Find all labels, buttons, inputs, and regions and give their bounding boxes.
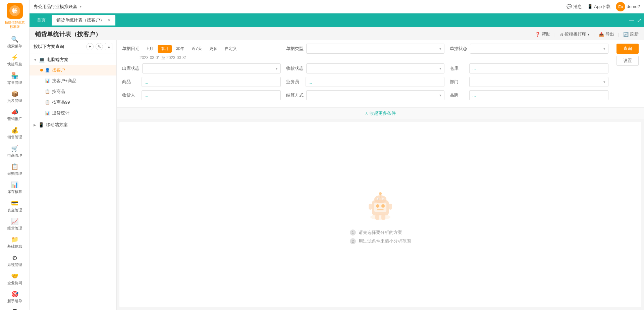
sidebar-item-label: 经营管理 xyxy=(7,226,22,230)
doc-type-select[interactable]: ▾ xyxy=(306,44,445,54)
brand-dots: ... xyxy=(472,93,476,98)
salesperson-select[interactable]: ... xyxy=(306,77,445,87)
sidebar-item-marketing[interactable]: 📣 营销推广 xyxy=(0,106,29,124)
doc-status-select[interactable]: ▾ xyxy=(470,44,608,54)
brand-filter-group: 品牌 ... xyxy=(450,90,608,100)
receiver-select[interactable]: ... xyxy=(142,90,281,100)
sidebar-item-finance[interactable]: 💳 资金管理 xyxy=(0,197,29,215)
scheme-item-by-customer[interactable]: 👤 按客户 xyxy=(30,65,116,75)
out-status-select[interactable]: ▾ xyxy=(142,63,281,73)
sidebar-item-new-guide[interactable]: 🎯 新手引导 xyxy=(0,288,29,306)
tabbar-actions: — ⤢ xyxy=(629,17,641,23)
industry-label[interactable]: 办公用品行业模拟账套 xyxy=(34,4,77,10)
date-this-year-btn[interactable]: 本年 xyxy=(173,45,187,53)
scheme-item-by-customer-goods[interactable]: 📊 按客户+商品 xyxy=(30,75,116,86)
sidebar-item-label: 营销推广 xyxy=(7,116,22,121)
avatar: Ea xyxy=(616,2,625,11)
sidebar-item-cooperation[interactable]: 🤝 企业协同 xyxy=(0,270,29,288)
date-this-month-btn[interactable]: 本月 xyxy=(158,45,172,53)
tip-label-2: 用过滤条件来缩小分析范围 xyxy=(359,238,411,244)
department-arrow-icon: ▾ xyxy=(603,80,605,84)
settlement-select[interactable]: ▾ xyxy=(306,90,445,100)
topbar-right: 💬 消息 📱 App下载 Ea demo2 xyxy=(567,2,640,11)
sidebar-item-retail[interactable]: 🏪 零售管理 xyxy=(0,69,29,88)
print-label: 按模板打印 xyxy=(565,31,586,37)
sidebar-item-operations[interactable]: 📈 经营管理 xyxy=(0,215,29,233)
print-icon: 🖨 xyxy=(559,32,564,37)
sidebar-item-label: 企业协同 xyxy=(7,280,22,285)
sidebar-item-system[interactable]: ⚙ 系统管理 xyxy=(0,252,29,270)
export-btn[interactable]: 📤 导出 xyxy=(599,31,614,37)
refresh-btn[interactable]: 🔄 刷新 xyxy=(623,31,639,37)
help-label: 帮助 xyxy=(542,31,550,37)
window-minimize-icon[interactable]: — xyxy=(629,17,634,23)
svg-rect-4 xyxy=(374,203,386,212)
department-select[interactable]: ▾ xyxy=(469,77,608,87)
sidebar-item-label: 电商管理 xyxy=(7,153,22,158)
date-last-month-btn[interactable]: 上月 xyxy=(142,45,156,53)
separator2: | xyxy=(593,32,594,37)
scheme-panel: 按以下方案查询 + ✎ « ▼ 💻 电脑端方案 👤 xyxy=(30,40,117,310)
scheme-item-by-goods-99[interactable]: 📋 按商品99 xyxy=(30,97,116,108)
scheme-item-by-goods[interactable]: 📋 按商品 xyxy=(30,86,116,97)
receiver-filter-group: 收货人 ... xyxy=(122,90,281,100)
brand-select[interactable]: ... xyxy=(469,90,608,100)
sidebar-item-label: 销售管理 xyxy=(7,135,22,139)
query-button[interactable]: 查询 xyxy=(616,44,639,54)
svg-point-17 xyxy=(378,198,379,199)
body-split: 按以下方案查询 + ✎ « ▼ 💻 电脑端方案 👤 xyxy=(30,40,644,310)
mobile-icon: 📱 xyxy=(38,122,44,127)
sidebar-item-label: 系统管理 xyxy=(7,262,22,267)
sidebar-item-basic-info[interactable]: 📁 基础信息 xyxy=(0,233,29,251)
empty-tip-1: 1 请先选择要分析的方案 xyxy=(350,229,411,236)
date-range-display: 2023-03-01 至 2023-03-31 xyxy=(140,55,187,60)
date-last-7-btn[interactable]: 近7天 xyxy=(189,45,205,53)
scheme-edit-btn[interactable]: ✎ xyxy=(96,43,103,50)
export-label: 导出 xyxy=(605,31,614,37)
help-btn[interactable]: ❓ 帮助 xyxy=(535,31,550,37)
user-profile[interactable]: Ea demo2 xyxy=(616,2,640,11)
warehouse-select[interactable]: ... xyxy=(469,63,608,73)
desktop-group-title[interactable]: ▼ 💻 电脑端方案 xyxy=(30,55,116,65)
tab-close-icon[interactable]: ✕ xyxy=(108,18,111,22)
sidebar-item-app-center[interactable]: 📱 应用中心 xyxy=(0,306,29,310)
date-custom-btn[interactable]: 自定义 xyxy=(222,45,240,53)
refresh-icon: 🔄 xyxy=(623,32,629,37)
receipt-status-select[interactable]: ▾ xyxy=(306,63,445,73)
print-btn[interactable]: 🖨 按模板打印 ▾ xyxy=(559,31,589,37)
mobile-group[interactable]: ▶ 📱 移动端方案 xyxy=(30,120,116,130)
operations-icon: 📈 xyxy=(11,218,18,225)
app-download-btn[interactable]: 📱 App下载 xyxy=(587,4,610,10)
app-download-icon: 📱 xyxy=(587,4,593,9)
topbar-left: 办公用品行业模拟账套 ▾ xyxy=(34,4,82,10)
empty-state: 1 请先选择要分析的方案 2 用过滤条件来缩小分析范围 xyxy=(119,122,641,307)
sidebar-item-search-menu[interactable]: 🔍 搜索菜单 xyxy=(0,33,29,51)
scheme-item-return-stat[interactable]: 📊 退货统计 xyxy=(30,108,116,118)
goods-select[interactable]: ... xyxy=(142,77,281,87)
scheme-add-btn[interactable]: + xyxy=(86,43,94,50)
sidebar-item-wholesale[interactable]: 📦 批发管理 xyxy=(0,88,29,106)
goods-dots: ... xyxy=(145,80,148,85)
settlement-filter-group: 结算方式 ▾ xyxy=(286,90,445,100)
sidebar-item-purchase[interactable]: 📋 采购管理 xyxy=(0,160,29,178)
tab-home[interactable]: 首页 xyxy=(32,15,50,25)
scheme-collapse-btn[interactable]: « xyxy=(105,43,112,50)
app-logo[interactable]: 畅 畅捷信好生意 标准版 xyxy=(0,0,29,32)
settings-button[interactable]: 设置 xyxy=(616,56,639,66)
separator3: | xyxy=(618,32,619,37)
industry-dropdown-icon[interactable]: ▾ xyxy=(80,5,82,8)
sidebar-item-inventory[interactable]: 📊 库存核算 xyxy=(0,178,29,197)
tip-num-2: 2 xyxy=(350,238,356,244)
tab-sales-stat[interactable]: 销货单统计表（按客户） ✕ xyxy=(52,15,115,25)
collapse-bar[interactable]: ∧ 收起更多条件 xyxy=(117,107,644,119)
warehouse-label: 仓库 xyxy=(450,65,467,71)
app-center-icon: 📱 xyxy=(11,309,18,310)
message-btn[interactable]: 💬 消息 xyxy=(567,4,582,10)
svg-rect-8 xyxy=(369,204,372,210)
date-more-btn[interactable]: 更多 xyxy=(206,45,220,53)
sidebar-item-sales[interactable]: 💰 销售管理 xyxy=(0,124,29,142)
out-status-label: 出库状态 xyxy=(122,65,140,71)
sidebar-item-ecommerce[interactable]: 🛒 电商管理 xyxy=(0,142,29,160)
window-maximize-icon[interactable]: ⤢ xyxy=(637,17,641,23)
sidebar-item-quick-nav[interactable]: ⚡ 快捷导航 xyxy=(0,51,29,69)
